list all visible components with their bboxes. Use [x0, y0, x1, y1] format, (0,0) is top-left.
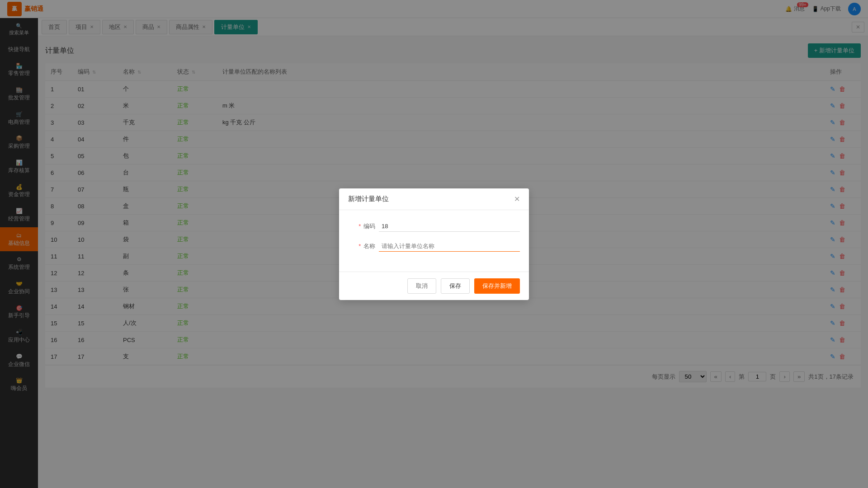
modal-title: 新增计量单位: [348, 195, 389, 203]
form-row-code: * 编码: [348, 221, 520, 232]
name-input[interactable]: [379, 241, 520, 252]
add-unit-modal: 新增计量单位 ✕ * 编码 * 名称 取消 保存 保存并新增: [339, 188, 529, 300]
save-button[interactable]: 保存: [441, 278, 470, 294]
required-star-code: *: [359, 223, 361, 230]
modal-close-button[interactable]: ✕: [514, 195, 520, 203]
modal-footer: 取消 保存 保存并新增: [339, 272, 529, 300]
form-label-name: * 名称: [348, 242, 375, 250]
modal-header: 新增计量单位 ✕: [339, 188, 529, 210]
cancel-button[interactable]: 取消: [407, 278, 436, 294]
modal-body: * 编码 * 名称: [339, 210, 529, 272]
code-input[interactable]: [379, 221, 520, 232]
form-row-name: * 名称: [348, 241, 520, 252]
required-star-name: *: [359, 243, 361, 249]
form-label-code: * 编码: [348, 222, 375, 230]
modal-overlay[interactable]: 新增计量单位 ✕ * 编码 * 名称 取消 保存 保存并新增: [0, 0, 868, 488]
save-and-new-button[interactable]: 保存并新增: [474, 278, 520, 294]
